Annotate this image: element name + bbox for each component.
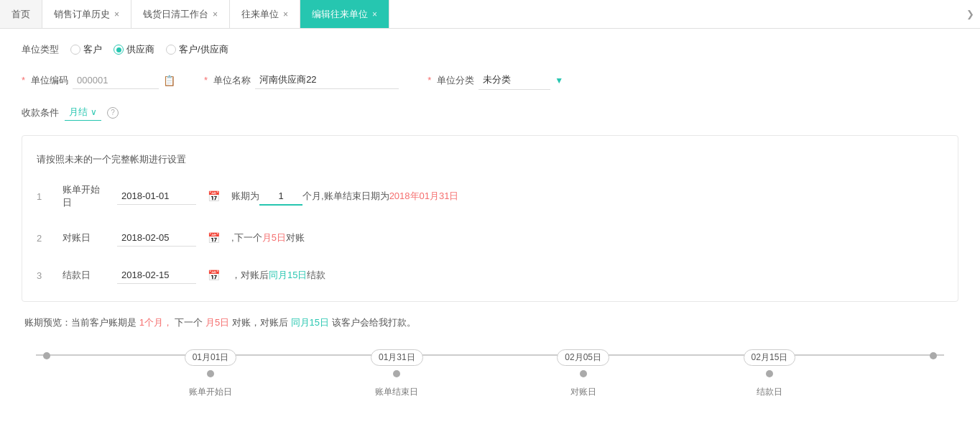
radio-supplier-circle <box>114 45 124 55</box>
tab-more-button[interactable]: ❯ <box>961 0 980 28</box>
row-1-end-date: 2018年01月31日 <box>389 190 459 203</box>
unit-category-label: 单位分类 <box>437 74 474 87</box>
radio-supplier-label: 供应商 <box>126 43 154 56</box>
row-2-desc-suffix: 对账 <box>286 231 305 244</box>
help-icon[interactable]: ? <box>107 107 119 119</box>
timeline-badge-4: 02月15日 <box>744 349 796 366</box>
timeline-sub-4: 结款日 <box>757 386 782 398</box>
settings-title: 请按照未来的一个完整帐期进行设置 <box>37 153 943 166</box>
timeline-container: 01月01日 账单开始日 01月31日 账单结束日 02月05日 对账日 02月… <box>22 346 958 398</box>
timeline-end-dot <box>930 352 937 359</box>
radio-customer-circle <box>70 45 80 55</box>
radio-customer-label: 客户 <box>83 43 102 56</box>
row-1-date-input[interactable] <box>117 188 196 205</box>
timeline-point-2: 01月31日 账单结束日 <box>371 349 423 398</box>
timeline-badge-3: 02月05日 <box>557 349 609 366</box>
row-3-desc: ，对账后 同月15日 结款 <box>231 269 325 282</box>
payment-condition-value: 月结 <box>69 106 88 119</box>
row-2-date-input[interactable] <box>117 229 196 247</box>
row-1-num: 1 <box>37 191 51 202</box>
main-content: 单位类型 客户 供应商 客户/供应商 * 单位编码 📋 * 单位名称 <box>0 29 980 437</box>
timeline-start-circle <box>43 352 50 359</box>
unit-category-group: * 单位分类 未分类 ▼ <box>427 70 563 90</box>
tab-sales-history-close[interactable]: × <box>114 9 119 19</box>
row-3-date-input[interactable] <box>117 267 196 284</box>
unit-fields-row: * 单位编码 📋 * 单位名称 * 单位分类 未分类 ▼ <box>22 70 958 90</box>
tab-bar: 首页 销售订单历史 × 钱货日清工作台 × 往来单位 × 编辑往来单位 × ❯ <box>0 0 980 29</box>
timeline-point-4: 02月15日 结款日 <box>744 349 796 398</box>
radio-both[interactable]: 客户/供应商 <box>166 43 228 56</box>
tab-partner-unit[interactable]: 往来单位 × <box>230 0 300 28</box>
row-2-calendar-icon[interactable]: 📅 <box>208 232 220 244</box>
preview-part1: 1个月， <box>139 317 172 328</box>
row-1-desc: 账期为 个月,账单结束日期为 2018年01月31日 <box>231 188 458 206</box>
unit-name-group: * 单位名称 <box>204 72 399 89</box>
settings-box: 请按照未来的一个完整帐期进行设置 1 账单开始日 📅 账期为 个月,账单结束日期… <box>22 135 958 302</box>
unit-code-input[interactable] <box>73 72 159 89</box>
row-2-num: 2 <box>37 233 51 244</box>
preview-text: 账期预览：当前客户账期是 1个月， 下一个 月5日 对账，对账后 同月15日 该… <box>22 316 958 329</box>
payment-condition-label: 收款条件 <box>22 106 59 119</box>
row-3-num: 3 <box>37 270 51 281</box>
timeline-sub-2: 账单结束日 <box>375 386 418 398</box>
row-3-calendar-icon[interactable]: 📅 <box>208 270 220 281</box>
unit-name-input[interactable] <box>255 72 399 89</box>
unit-category-star: * <box>427 75 431 86</box>
timeline-line <box>36 354 944 356</box>
tab-cash-work-close[interactable]: × <box>213 9 218 19</box>
preview-part4-text: 该客户会给我打款。 <box>332 317 416 328</box>
tab-cash-work-label: 钱货日清工作台 <box>143 8 208 21</box>
unit-code-label: 单位编码 <box>31 74 68 87</box>
timeline-point-1: 01月01日 账单开始日 <box>185 349 237 398</box>
timeline-end-circle <box>930 352 937 359</box>
preview-part2-text: 下一个 <box>175 317 203 328</box>
setting-row-3: 3 结款日 📅 ，对账后 同月15日 结款 <box>37 267 943 284</box>
timeline-start-dot <box>43 352 50 359</box>
row-2-type: 对账日 <box>63 231 106 244</box>
tab-home-label: 首页 <box>11 8 30 21</box>
row-3-highlight: 同月15日 <box>269 269 307 282</box>
unit-code-calendar-icon[interactable]: 📋 <box>163 75 175 86</box>
preview-part2-orange: 月5日 <box>205 317 229 328</box>
radio-both-circle <box>166 45 176 55</box>
row-1-calendar-icon[interactable]: 📅 <box>208 190 220 202</box>
unit-code-star: * <box>22 75 25 86</box>
timeline-sub-3: 对账日 <box>570 386 596 398</box>
tab-sales-history-label: 销售订单历史 <box>54 8 110 21</box>
row-2-desc: ,下一个 月5日 对账 <box>231 231 305 244</box>
timeline-dot-4 <box>766 370 773 377</box>
preview-part3-text: 对账，对账后 <box>232 317 288 328</box>
payment-condition-row: 收款条件 月结 ∨ ? <box>22 104 958 121</box>
radio-both-label: 客户/供应商 <box>179 43 228 56</box>
row-1-desc-prefix: 账期为 <box>231 190 259 203</box>
unit-type-label: 单位类型 <box>22 43 59 56</box>
tab-home[interactable]: 首页 <box>0 0 42 28</box>
tab-edit-partner-close[interactable]: × <box>372 9 377 19</box>
timeline-dot-2 <box>393 370 400 377</box>
tab-partner-unit-close[interactable]: × <box>283 9 288 19</box>
tab-edit-partner-label: 编辑往来单位 <box>312 8 368 21</box>
unit-name-label: 单位名称 <box>213 74 251 87</box>
radio-customer[interactable]: 客户 <box>70 43 102 56</box>
timeline-sub-1: 账单开始日 <box>189 386 232 398</box>
radio-supplier[interactable]: 供应商 <box>114 43 154 56</box>
tab-sales-history[interactable]: 销售订单历史 × <box>42 0 131 28</box>
unit-category-dropdown-icon[interactable]: ▼ <box>555 75 563 86</box>
setting-row-2: 2 对账日 📅 ,下一个 月5日 对账 <box>37 229 943 247</box>
timeline-dot-1 <box>207 370 214 377</box>
tab-cash-work[interactable]: 钱货日清工作台 × <box>131 0 230 28</box>
row-1-period-input[interactable] <box>259 188 302 206</box>
tab-edit-partner[interactable]: 编辑往来单位 × <box>300 0 389 28</box>
row-3-desc-prefix: ，对账后 <box>231 269 269 282</box>
unit-category-value: 未分类 <box>479 70 550 90</box>
timeline-badge-1: 01月01日 <box>185 349 237 366</box>
preview-part3-teal: 同月15日 <box>291 317 329 328</box>
row-2-highlight: 月5日 <box>262 231 286 244</box>
preview-label: 账期预览：当前客户账期是 <box>24 317 137 328</box>
row-2-desc-prefix: ,下一个 <box>231 231 262 244</box>
row-1-type: 账单开始日 <box>63 183 106 209</box>
payment-condition-select[interactable]: 月结 ∨ <box>65 104 101 121</box>
row-3-desc-suffix: 结款 <box>307 269 325 282</box>
payment-condition-dropdown-icon[interactable]: ∨ <box>91 107 97 117</box>
row-3-type: 结款日 <box>63 269 106 282</box>
